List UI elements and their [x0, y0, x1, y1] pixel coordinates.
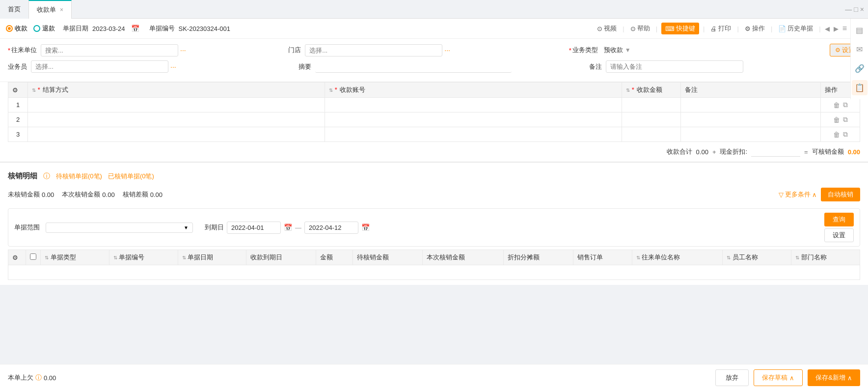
- row-3-remark[interactable]: [681, 127, 821, 142]
- maximize-icon[interactable]: □: [854, 5, 858, 13]
- close-icon[interactable]: ×: [860, 5, 864, 13]
- number-label: 单据编号: [149, 24, 175, 33]
- sidebar-link-icon[interactable]: 🔗: [852, 61, 868, 76]
- row-3-account[interactable]: [325, 127, 622, 142]
- bth-type: ⇅ 单据类型: [41, 250, 109, 265]
- staff-label: 业务员: [8, 62, 27, 71]
- btn-video[interactable]: ⊙ 视频: [595, 23, 619, 34]
- business-dropdown-icon[interactable]: ▼: [625, 47, 631, 54]
- window-controls: — □ ×: [845, 5, 868, 13]
- row-2-settlement[interactable]: [28, 112, 325, 127]
- note-input[interactable]: [606, 60, 743, 73]
- th-account: ⇅ * 收款账号: [325, 83, 622, 98]
- main-content: 收款 退款 单据日期 2023-03-24 📅 单据编号 SK-20230324…: [0, 19, 868, 285]
- business-label: 业务类型: [572, 46, 598, 55]
- save-new-chevron-icon[interactable]: ∧: [847, 374, 852, 382]
- row-3-settlement[interactable]: [28, 127, 325, 142]
- filter-settings-btn[interactable]: 设置: [824, 228, 854, 242]
- minimize-icon[interactable]: —: [845, 5, 852, 13]
- row-3-amount[interactable]: [622, 127, 681, 142]
- info-icon[interactable]: ⓘ: [43, 172, 50, 181]
- diff-stat: 核销差额 0.00: [123, 190, 163, 199]
- current-value: 0.00: [102, 191, 114, 198]
- store-input[interactable]: [305, 44, 442, 56]
- row-1-settlement[interactable]: [28, 98, 325, 112]
- btn-operations[interactable]: ⚙ 操作: [743, 23, 767, 34]
- btn-history[interactable]: 📄 历史单据: [776, 23, 815, 34]
- bth-date: ⇅ 单据日期: [178, 250, 246, 265]
- draft-btn-label: 保存草稿: [762, 373, 787, 382]
- video-icon: ⊙: [597, 25, 602, 32]
- save-new-btn[interactable]: 保存&新增 ∧: [808, 369, 860, 386]
- radio-refund[interactable]: 退款: [33, 24, 55, 33]
- done-tab[interactable]: 已核销单据(0笔): [108, 172, 154, 181]
- row-2-copy-icon[interactable]: ⧉: [843, 115, 848, 124]
- receipt-type-group: 收款 退款: [6, 24, 55, 33]
- auto-verify-btn[interactable]: 自动核销: [821, 188, 860, 201]
- row-1-amount[interactable]: [622, 98, 681, 112]
- row-2-amount[interactable]: [622, 112, 681, 127]
- more-conditions-btn[interactable]: ▽ 更多条件 ∧: [779, 190, 817, 199]
- radio-receipt[interactable]: 收款: [6, 24, 27, 33]
- calendar-icon[interactable]: 📅: [131, 25, 139, 32]
- btn-help[interactable]: ⊙ 帮助: [628, 23, 652, 34]
- list-view-icon[interactable]: ≡: [842, 24, 847, 33]
- discount-label: 现金折扣:: [720, 147, 747, 156]
- range-select[interactable]: ▼: [46, 223, 193, 233]
- pending-tab[interactable]: 待核销单据(0笔): [56, 172, 102, 181]
- th-amount: ⇅ * 收款金额: [622, 83, 681, 98]
- bth-checkbox[interactable]: [26, 250, 41, 265]
- date-to-calendar-icon[interactable]: 📅: [361, 223, 370, 231]
- receipt-table: ⚙ ⇅ * 结算方式 ⇅ * 收款账号 ⇅ * 收款金额: [8, 82, 860, 142]
- staff-more[interactable]: ···: [170, 63, 176, 71]
- counterpart-more[interactable]: ···: [180, 46, 186, 54]
- store-more[interactable]: ···: [444, 46, 450, 54]
- draft-btn[interactable]: 保存草稿 ∧: [754, 369, 803, 386]
- row-3-copy-icon[interactable]: ⧉: [843, 130, 848, 139]
- query-btn[interactable]: 查询: [824, 213, 854, 226]
- row-1-account[interactable]: [325, 98, 622, 112]
- date-to-input[interactable]: [304, 222, 358, 234]
- select-all-checkbox[interactable]: [30, 253, 36, 260]
- bth-settings[interactable]: ⚙: [8, 250, 26, 265]
- btn-print[interactable]: 🖨 打印: [708, 23, 733, 34]
- summary-row: 收款合计 0.00 + 现金折扣: = 可核销金额 0.00: [0, 142, 868, 163]
- sidebar-form-icon[interactable]: 📋: [852, 80, 868, 95]
- btn-shortcut[interactable]: ⌨ 快捷键: [661, 23, 699, 34]
- sidebar-mail-icon[interactable]: ✉: [853, 42, 866, 57]
- nav-right-icon[interactable]: ▶: [834, 25, 839, 32]
- tab-receipt[interactable]: 收款单 ×: [28, 0, 72, 19]
- filter-icon: ▽: [779, 191, 784, 198]
- tab-close-icon[interactable]: ×: [60, 6, 63, 13]
- row-3-delete-icon[interactable]: 🗑: [833, 131, 840, 139]
- table-row: 3 🗑 ⧉: [8, 127, 860, 142]
- counterpart-input[interactable]: [41, 44, 178, 56]
- date-from-input[interactable]: [227, 222, 281, 234]
- summary-label: 摘要: [298, 62, 311, 71]
- summary-input[interactable]: [315, 61, 512, 73]
- draft-chevron-icon[interactable]: ∧: [789, 374, 794, 382]
- filter-row: 单据范围 ▼ 到期日 📅 — 📅 查询 设置: [8, 208, 860, 247]
- counterpart-label: 往来单位: [11, 46, 37, 55]
- discount-input[interactable]: [751, 147, 800, 157]
- btn-video-label: 视频: [604, 24, 617, 33]
- row-1-delete-icon[interactable]: 🗑: [833, 101, 840, 109]
- nav-left-icon[interactable]: ◀: [825, 25, 830, 32]
- tab-bar: 首页 收款单 × — □ ×: [0, 0, 868, 19]
- current-stat: 本次核销金额 0.00: [62, 190, 114, 199]
- row-2-remark[interactable]: [681, 112, 821, 127]
- row-2-account[interactable]: [325, 112, 622, 127]
- th-settings[interactable]: ⚙: [8, 83, 28, 98]
- date-from-calendar-icon[interactable]: 📅: [284, 223, 292, 231]
- tab-home[interactable]: 首页: [0, 0, 28, 19]
- sidebar-table-icon[interactable]: ▤: [853, 23, 866, 38]
- staff-input[interactable]: [31, 60, 168, 73]
- abandon-btn[interactable]: 放弃: [715, 369, 749, 386]
- row-1-copy-icon[interactable]: ⧉: [843, 101, 848, 109]
- section-title: 核销明细: [8, 171, 37, 181]
- filter-actions: 查询 设置: [824, 213, 854, 242]
- row-2-delete-icon[interactable]: 🗑: [833, 116, 840, 124]
- row-1-remark[interactable]: [681, 98, 821, 112]
- radio-refund-label: 退款: [42, 24, 55, 33]
- summary-field: 摘要: [298, 61, 570, 73]
